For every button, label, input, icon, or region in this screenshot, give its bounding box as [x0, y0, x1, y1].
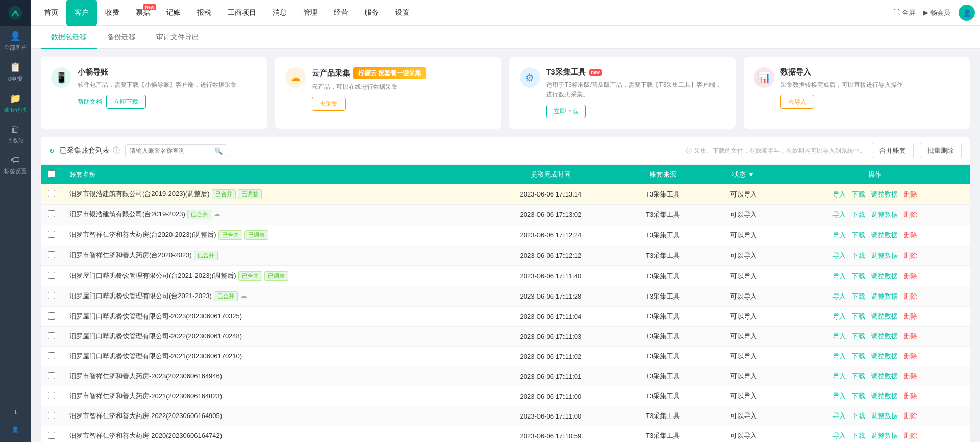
tab-backup-migrate[interactable]: 备份迁移	[97, 27, 146, 49]
adjust-data-action[interactable]: 调整数据	[871, 190, 898, 198]
nav-management[interactable]: 管理	[295, 0, 326, 26]
sidebar-item-all-clients[interactable]: 👤 全部客户	[0, 26, 31, 57]
download-action[interactable]: 下载	[852, 252, 865, 259]
adjust-data-action[interactable]: 调整数据	[871, 292, 898, 300]
import-action[interactable]: 导入	[832, 272, 846, 280]
delete-action[interactable]: 删除	[904, 332, 917, 340]
merge-accounts-btn[interactable]: 合并账套	[872, 143, 914, 158]
delete-action[interactable]: 删除	[904, 190, 917, 198]
row-select-checkbox[interactable]	[48, 190, 55, 197]
app-logo[interactable]	[0, 0, 31, 26]
cloud-tag[interactable]: 柠檬云 按套餐一键采集	[353, 67, 426, 79]
import-action[interactable]: 导入	[832, 392, 846, 400]
import-action[interactable]: 导入	[832, 292, 846, 300]
nav-business[interactable]: 工商项目	[219, 0, 264, 26]
adjust-data-action[interactable]: 调整数据	[871, 272, 898, 280]
import-action[interactable]: 导入	[832, 352, 846, 360]
delete-action[interactable]: 删除	[904, 352, 917, 360]
cloud-icon[interactable]: ☁	[213, 210, 220, 218]
sidebar-item-account-migrate[interactable]: 📁 账套迁移	[0, 88, 31, 119]
help-doc-link[interactable]: 帮助文档	[78, 97, 102, 106]
row-select-checkbox[interactable]	[48, 251, 55, 258]
download-action[interactable]: 下载	[852, 231, 865, 239]
import-action[interactable]: 导入	[832, 432, 846, 439]
download-action[interactable]: 下载	[852, 211, 865, 218]
delete-action[interactable]: 删除	[904, 211, 917, 218]
tab-audit-export[interactable]: 审计文件导出	[146, 27, 209, 49]
row-select-checkbox[interactable]	[48, 231, 55, 238]
nav-settings[interactable]: 设置	[387, 0, 418, 26]
row-select-checkbox[interactable]	[48, 292, 55, 299]
adjust-data-action[interactable]: 调整数据	[871, 412, 898, 420]
nav-clients[interactable]: 客户	[66, 0, 97, 26]
row-select-checkbox[interactable]	[48, 332, 55, 339]
adjust-data-action[interactable]: 调整数据	[871, 392, 898, 400]
download-action[interactable]: 下载	[852, 332, 865, 340]
adjust-data-action[interactable]: 调整数据	[871, 372, 898, 380]
delete-action[interactable]: 删除	[904, 231, 917, 239]
nav-services[interactable]: 服务	[356, 0, 387, 26]
nav-home[interactable]: 首页	[36, 0, 66, 26]
download-action[interactable]: 下载	[852, 312, 865, 320]
nav-messages[interactable]: 消息	[264, 0, 295, 26]
go-import-btn[interactable]: 去导入	[780, 95, 814, 109]
adjust-data-action[interactable]: 调整数据	[871, 312, 898, 320]
sidebar-download-btn[interactable]: ⬇	[0, 405, 31, 420]
search-icon[interactable]: 🔍	[214, 147, 223, 155]
search-input[interactable]	[130, 147, 212, 154]
col-status[interactable]: 状态 ▼	[706, 165, 780, 184]
row-select-checkbox[interactable]	[48, 392, 55, 399]
delete-action[interactable]: 删除	[904, 392, 917, 400]
adjust-data-action[interactable]: 调整数据	[871, 231, 898, 239]
import-action[interactable]: 导入	[832, 211, 846, 218]
import-action[interactable]: 导入	[832, 372, 846, 380]
delete-action[interactable]: 删除	[904, 272, 917, 280]
refresh-icon[interactable]: ↻	[49, 147, 55, 155]
row-select-checkbox[interactable]	[48, 272, 55, 279]
adjust-data-action[interactable]: 调整数据	[871, 211, 898, 218]
adjust-data-action[interactable]: 调整数据	[871, 252, 898, 259]
delete-action[interactable]: 删除	[904, 432, 917, 439]
sidebar-user-btn[interactable]: 👤	[0, 422, 31, 437]
download-now-btn[interactable]: 立即下载	[106, 95, 146, 109]
row-select-checkbox[interactable]	[48, 352, 55, 359]
delete-action[interactable]: 删除	[904, 372, 917, 380]
import-action[interactable]: 导入	[832, 332, 846, 340]
adjust-data-action[interactable]: 调整数据	[871, 432, 898, 439]
delete-action[interactable]: 删除	[904, 312, 917, 320]
user-avatar[interactable]: 👤	[959, 5, 975, 21]
row-select-checkbox[interactable]	[48, 372, 55, 379]
download-action[interactable]: 下载	[852, 392, 865, 400]
download-action[interactable]: 下载	[852, 272, 865, 280]
import-action[interactable]: 导入	[832, 412, 846, 420]
row-select-checkbox[interactable]	[48, 210, 55, 217]
adjust-data-action[interactable]: 调整数据	[871, 332, 898, 340]
nav-invoices[interactable]: 票据 new	[128, 0, 158, 26]
row-select-checkbox[interactable]	[48, 312, 55, 320]
select-all-checkbox[interactable]	[48, 170, 55, 178]
import-action[interactable]: 导入	[832, 190, 846, 198]
go-collect-btn[interactable]: 去采集	[312, 97, 346, 111]
download-action[interactable]: 下载	[852, 372, 865, 380]
sidebar-item-recycle[interactable]: 🗑 回收站	[0, 119, 31, 150]
import-action[interactable]: 导入	[832, 312, 846, 320]
sidebar-item-zero-report[interactable]: 📋 0申报	[0, 57, 31, 88]
download-action[interactable]: 下载	[852, 190, 865, 198]
row-select-checkbox[interactable]	[48, 432, 55, 439]
tab-data-migrate[interactable]: 数据包迁移	[41, 27, 97, 49]
nav-operations[interactable]: 经营	[326, 0, 356, 26]
cloud-icon[interactable]: ☁	[240, 291, 247, 300]
delete-action[interactable]: 删除	[904, 292, 917, 300]
download-action[interactable]: 下载	[852, 292, 865, 300]
batch-delete-btn[interactable]: 批量删除	[920, 143, 962, 158]
nav-billing[interactable]: 收费	[97, 0, 128, 26]
download-action[interactable]: 下载	[852, 352, 865, 360]
nav-accounting[interactable]: 记账	[158, 0, 189, 26]
sidebar-item-label-settings[interactable]: 🏷 标签设置	[0, 150, 31, 180]
nav-tax[interactable]: 报税	[189, 0, 219, 26]
import-action[interactable]: 导入	[832, 231, 846, 239]
import-action[interactable]: 导入	[832, 252, 846, 259]
delete-action[interactable]: 删除	[904, 412, 917, 420]
download-action[interactable]: 下载	[852, 432, 865, 439]
row-select-checkbox[interactable]	[48, 412, 55, 419]
